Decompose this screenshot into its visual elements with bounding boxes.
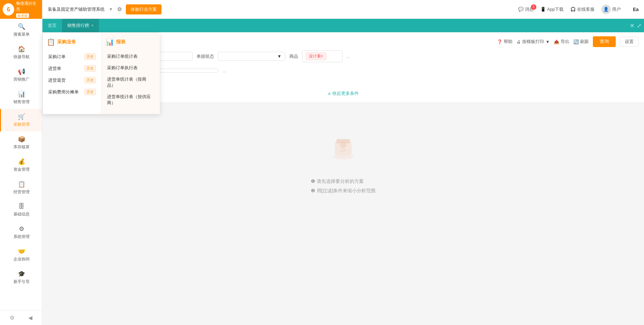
app-download-btn[interactable]: 📱 App下载 [540, 6, 564, 12]
empty-tips: ❶ 请先选择要分析的方案 ❷ 用[过滤]条件来缩小分析范围 [311, 176, 376, 195]
sidebar-item-basic[interactable]: 🗄 基础信息 [0, 199, 42, 221]
purchase-dropdown-menu: 📋 采购业务 采购订单 历史 进货单 历史 进货退货 历史 采购费用分摊单 历史… [42, 32, 160, 114]
phone-icon: 📱 [540, 7, 546, 12]
logo-text: 畅捷通好生意 标准版 [16, 1, 39, 18]
collapse-btn[interactable]: ∧ 收起更多条件 [326, 88, 361, 98]
tab-ranking[interactable]: 销售排行榜 × [62, 19, 99, 32]
help-btn[interactable]: ❓ 帮助 [497, 39, 512, 45]
goods-label: 商品 [289, 53, 298, 59]
purchase-col: 📋 采购业务 采购订单 历史 进货单 历史 进货退货 历史 采购费用分摊单 历史 [43, 33, 102, 114]
guide-icon: 🎓 [18, 270, 25, 278]
inventory-icon: 📦 [18, 135, 25, 143]
goods-more-dots[interactable]: ... [347, 54, 350, 59]
topbar: 装备及固定资产辅助管理系统 ▼ ⚙ 体验行业方案 💬 消息 5 📱 App下载 … [42, 0, 644, 19]
sidebar-item-enterprise[interactable]: 🤝 企业协同 [0, 244, 42, 266]
goods-tag[interactable]: 设计素× [306, 52, 326, 60]
refresh-btn[interactable]: 🔄 刷新 [573, 39, 589, 45]
industry-btn[interactable]: 体验行业方案 [126, 4, 162, 14]
dropdown-item-stock-return[interactable]: 进货退货 历史 [47, 74, 97, 86]
dropdown-item-order-stat[interactable]: 采购订单统计表 [106, 51, 156, 62]
dropdown-item-purchase-order[interactable]: 采购订单 历史 [47, 51, 97, 63]
collapse-chevron-icon: ∧ [328, 91, 331, 96]
history-badge-purchase-order: 历史 [84, 53, 96, 60]
print-btn[interactable]: 🖨 按模板打印 ▼ [516, 39, 550, 45]
dropdown-item-stock-stat-supplier[interactable]: 进货单统计表（按供应商） [106, 91, 156, 109]
topbar-title: 装备及固定资产辅助管理系统 [48, 6, 105, 12]
sidebar-item-inventory[interactable]: 📦 库存核算 [0, 131, 42, 154]
tab-maximize-icon[interactable]: ⤢ [637, 23, 641, 29]
sidebar-item-purchase[interactable]: 🛒 采购管理 [0, 109, 42, 131]
export-btn[interactable]: 📤 导出 [554, 39, 569, 45]
basic-icon: 🗄 [19, 203, 25, 210]
tabs-bar: 首页 销售排行榜 × ✕ ⤢ [42, 19, 644, 32]
sidebar-item-marketing[interactable]: 📢 营销推广 [0, 64, 42, 86]
help-icon: ❓ [497, 39, 502, 44]
finance-icon: 💰 [18, 158, 25, 165]
print-dropdown-icon[interactable]: ▼ [545, 39, 550, 44]
dropdown-item-purchase-expense[interactable]: 采购费用分摊单 历史 [47, 86, 97, 98]
online-service-btn[interactable]: 🎧 在线客服 [570, 6, 595, 12]
sidebar-item-operation[interactable]: 📋 经营管理 [0, 176, 42, 199]
empty-illustration [326, 130, 360, 170]
tabs-right-actions: ✕ ⤢ [630, 23, 644, 29]
chevron-down-icon: ▼ [277, 54, 282, 59]
report-col: 📊 报表 采购订单统计表 采购订单执行表 进货单统计表（按商品） 进货单统计表（… [102, 33, 160, 114]
logo-badge: 标准版 [16, 13, 29, 18]
print-icon: 🖨 [516, 39, 521, 44]
purchase-icon: 🛒 [18, 113, 25, 120]
sidebar: 6 畅捷通好生意 标准版 🔍 搜索菜单 🏠 快捷导航 📢 营销推广 📊 销售管理… [0, 0, 42, 325]
purchase-col-icon: 📋 [47, 38, 55, 46]
refresh-icon: 🔄 [573, 39, 579, 44]
sidebar-item-quick[interactable]: 🏠 快捷导航 [0, 41, 42, 64]
report-col-title: 📊 报表 [106, 38, 156, 46]
purchase-col-title: 📋 采购业务 [47, 38, 97, 46]
history-badge-stock-return: 历史 [84, 77, 96, 83]
export-icon: 📤 [554, 39, 559, 44]
sidebar-item-guide[interactable]: 🎓 新手引导 [0, 266, 42, 289]
history-badge-stock-in: 历史 [84, 65, 96, 72]
notification-badge: 5 [531, 4, 536, 10]
home-icon: 🏠 [18, 45, 25, 53]
sidebar-footer: ⚙ ◀ [0, 310, 42, 325]
status-label: 单据状态 [196, 53, 214, 59]
tab-close-icon[interactable]: × [91, 23, 94, 28]
history-badge-purchase-expense: 历史 [84, 89, 96, 95]
marketing-icon: 📢 [18, 68, 25, 75]
salesman-more-dots[interactable]: ... [222, 68, 226, 73]
message-icon: 💬 [518, 7, 524, 12]
headset-icon: 🎧 [570, 7, 576, 12]
dropdown-item-order-exec[interactable]: 采购订单执行表 [106, 62, 156, 74]
dropdown-item-stock-in[interactable]: 进货单 历史 [47, 63, 97, 74]
goods-input[interactable]: 设计素× [302, 50, 343, 62]
sidebar-logo: 6 畅捷通好生意 标准版 [0, 0, 42, 19]
topbar-dropdown-icon[interactable]: ▼ [109, 7, 113, 12]
system-icon: ⚙ [19, 225, 24, 233]
dropdown-item-stock-stat-goods[interactable]: 进货单统计表（按商品） [106, 74, 156, 91]
sidebar-item-search[interactable]: 🔍 搜索菜单 [0, 19, 42, 41]
sidebar-item-finance[interactable]: 💰 资金管理 [0, 154, 42, 176]
sidebar-item-system[interactable]: ⚙ 系统管理 [0, 221, 42, 244]
tab-window-close-icon[interactable]: ✕ [630, 23, 634, 29]
tab-home[interactable]: 首页 [42, 19, 62, 32]
salesman-input[interactable] [158, 69, 218, 73]
logo-icon: 6 [3, 3, 14, 15]
status-select[interactable]: ▼ [218, 52, 285, 61]
collapse-sidebar-btn[interactable]: ◀ [28, 315, 32, 321]
sidebar-item-sales[interactable]: 📊 销售管理 [0, 86, 42, 109]
settings-footer-btn[interactable]: ⚙ [10, 315, 14, 321]
enterprise-icon: 🤝 [18, 248, 25, 255]
search-icon: 🔍 [18, 23, 25, 30]
topbar-gear-icon[interactable]: ⚙ [117, 6, 122, 12]
notification-btn[interactable]: 💬 消息 5 [518, 6, 534, 12]
setting-btn[interactable]: 设置 [620, 37, 639, 47]
sidebar-menu: 🔍 搜索菜单 🏠 快捷导航 📢 营销推广 📊 销售管理 🛒 采购管理 📦 库存核… [0, 19, 42, 310]
empty-state: ❶ 请先选择要分析的方案 ❷ 用[过滤]条件来缩小分析范围 [42, 103, 644, 222]
query-btn[interactable]: 查询 [593, 36, 616, 47]
avatar: 👤 [601, 5, 611, 14]
report-col-icon: 📊 [106, 38, 114, 46]
operation-icon: 📋 [18, 180, 25, 188]
topbar-right: 💬 消息 5 📱 App下载 🎧 在线客服 👤 用户 Ea [518, 5, 639, 14]
user-btn[interactable]: 👤 用户 [601, 5, 621, 14]
svg-point-3 [340, 141, 347, 148]
ea-label: Ea [633, 7, 639, 12]
